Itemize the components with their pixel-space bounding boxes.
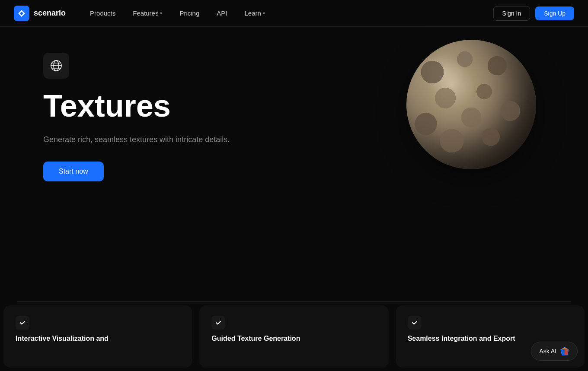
nav-item-learn[interactable]: Learn ▾ [238, 6, 272, 20]
signin-button[interactable]: Sign In [493, 6, 530, 21]
texture-sphere-preview [406, 40, 545, 178]
ask-ai-button[interactable]: Ask AI [531, 342, 578, 361]
nav-item-api[interactable]: API [210, 6, 234, 20]
sphere-texture-overlay [406, 40, 536, 169]
texture-icon-box [43, 53, 69, 79]
nav-links: Products Features ▾ Pricing API Learn ▾ [83, 6, 272, 20]
nav-item-features[interactable]: Features ▾ [126, 6, 169, 20]
hero-subtitle: Generate rich, seamless textures with in… [43, 133, 233, 146]
check-icon [408, 316, 422, 330]
svg-marker-9 [561, 349, 565, 355]
check-icon [16, 316, 29, 330]
feature-card-guided: Guided Texture Generation [199, 305, 388, 368]
nav-item-products[interactable]: Products [83, 6, 122, 20]
nav-item-pricing[interactable]: Pricing [173, 6, 206, 20]
navbar-left: scenario Products Features ▾ Pricing API… [14, 6, 272, 21]
logo[interactable]: scenario [14, 6, 66, 21]
feature-card-visualization: Interactive Visualization and [3, 305, 192, 368]
signup-button[interactable]: Sign Up [535, 6, 574, 20]
ask-ai-label: Ask AI [539, 348, 556, 355]
logo-text: scenario [34, 9, 66, 18]
chevron-down-icon: ▾ [160, 11, 162, 16]
sphere [406, 40, 536, 169]
logo-icon [14, 6, 29, 21]
globe-icon [50, 59, 63, 72]
feature-title-visualization: Interactive Visualization and [16, 335, 180, 342]
navbar: scenario Products Features ▾ Pricing API… [0, 0, 588, 27]
feature-title-guided: Guided Texture Generation [211, 335, 376, 342]
svg-marker-8 [565, 349, 569, 355]
navbar-right: Sign In Sign Up [493, 6, 574, 21]
features-section: Interactive Visualization and Guided Tex… [0, 302, 588, 371]
start-now-button[interactable]: Start now [43, 162, 104, 181]
chevron-down-icon: ▾ [263, 11, 265, 16]
gem-icon [560, 346, 569, 356]
check-icon [211, 316, 225, 330]
hero-section: Textures Generate rich, seamless texture… [0, 27, 588, 302]
